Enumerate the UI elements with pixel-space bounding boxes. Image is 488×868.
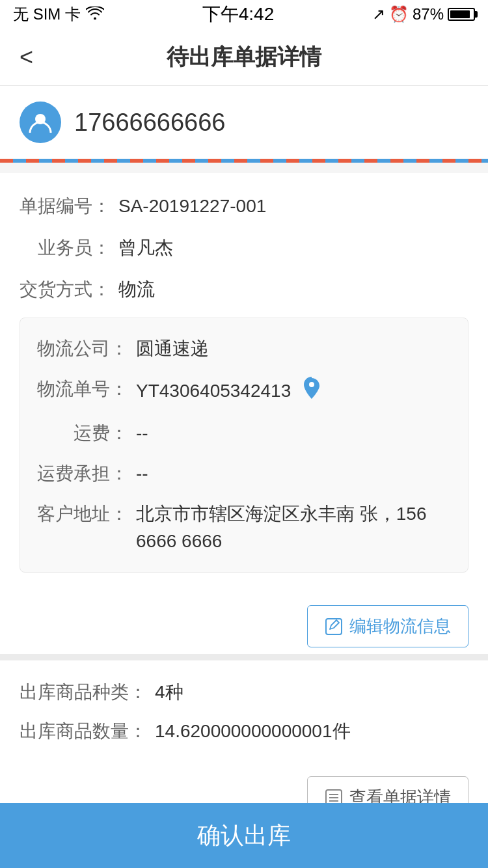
address-row: 客户地址： 北京市市辖区海淀区永丰南 张，156 6666 6666 bbox=[37, 500, 451, 555]
product-qty-value: 14.620000000000001件 bbox=[147, 719, 468, 744]
freight-bearer-label: 运费承担： bbox=[37, 460, 128, 487]
order-number-row: 单据编号： SA-20191227-001 bbox=[20, 193, 468, 220]
edit-icon bbox=[325, 617, 343, 636]
location-icon[interactable] bbox=[300, 375, 323, 407]
freight-row: 运费： -- bbox=[37, 420, 451, 447]
logistics-company-row: 物流公司： 圆通速递 bbox=[37, 335, 451, 362]
order-number-label: 单据编号： bbox=[20, 193, 111, 220]
wifi-icon bbox=[86, 5, 104, 23]
product-qty-label: 出库商品数量： bbox=[20, 719, 147, 744]
avatar bbox=[20, 102, 61, 143]
customer-phone: 17666666666 bbox=[74, 109, 225, 137]
alarm-icon: ⏰ bbox=[389, 5, 409, 23]
section-divider bbox=[0, 654, 488, 660]
freight-bearer-row: 运费承担： -- bbox=[37, 460, 451, 487]
nav-bar: < 待出库单据详情 bbox=[0, 29, 488, 86]
product-qty-row: 出库商品数量： 14.620000000000001件 bbox=[20, 719, 468, 744]
summary-section: 出库商品种类： 4种 出库商品数量： 14.620000000000001件 bbox=[0, 660, 488, 763]
address-value: 北京市市辖区海淀区永丰南 张，156 6666 6666 bbox=[128, 500, 451, 555]
delivery-method-label: 交货方式： bbox=[20, 276, 111, 303]
page-title: 待出库单据详情 bbox=[167, 42, 321, 72]
status-bar-time: 下午4:42 bbox=[202, 2, 275, 27]
back-button[interactable]: < bbox=[20, 44, 33, 71]
status-bar: 无 SIM 卡 下午4:42 ↗ ⏰ 87% bbox=[0, 0, 488, 29]
delivery-method-row: 交货方式： 物流 bbox=[20, 276, 468, 303]
status-bar-right: ↗ ⏰ 87% bbox=[372, 5, 475, 23]
logistics-card: 物流公司： 圆通速递 物流单号： YT43064053424​13 运费： --… bbox=[20, 318, 468, 573]
sales-person-value: 曾凡杰 bbox=[111, 234, 468, 262]
customer-header: 17666666666 bbox=[0, 86, 488, 159]
freight-bearer-value: -- bbox=[128, 460, 451, 487]
confirm-btn-label: 确认出库 bbox=[197, 820, 291, 852]
tracking-number-value: YT43064053424​13 bbox=[128, 375, 451, 407]
svg-point-1 bbox=[309, 382, 314, 387]
location-status-icon: ↗ bbox=[372, 5, 385, 23]
tracking-number-label: 物流单号： bbox=[37, 375, 128, 403]
order-number-value: SA-20191227-001 bbox=[111, 193, 468, 220]
svg-rect-2 bbox=[326, 619, 342, 634]
freight-value: -- bbox=[128, 420, 451, 447]
address-label: 客户地址： bbox=[37, 500, 128, 528]
carrier-label: 无 SIM 卡 bbox=[13, 4, 81, 25]
sales-person-label: 业务员： bbox=[20, 234, 111, 262]
edit-btn-label: 编辑物流信息 bbox=[349, 615, 451, 638]
dashed-divider bbox=[0, 159, 488, 163]
delivery-method-value: 物流 bbox=[111, 276, 468, 303]
status-bar-left: 无 SIM 卡 bbox=[13, 4, 104, 25]
battery-icon bbox=[448, 8, 475, 21]
logistics-company-value: 圆通速递 bbox=[128, 335, 451, 362]
product-types-label: 出库商品种类： bbox=[20, 680, 147, 705]
logistics-company-label: 物流公司： bbox=[37, 335, 128, 362]
product-types-value: 4种 bbox=[147, 680, 468, 705]
product-types-row: 出库商品种类： 4种 bbox=[20, 680, 468, 705]
confirm-btn-bar[interactable]: 确认出库 bbox=[0, 803, 488, 868]
tracking-number-row: 物流单号： YT43064053424​13 bbox=[37, 375, 451, 407]
battery-percent: 87% bbox=[413, 5, 444, 23]
order-info-section: 单据编号： SA-20191227-001 业务员： 曾凡杰 交货方式： 物流 … bbox=[0, 173, 488, 592]
edit-logistics-button[interactable]: 编辑物流信息 bbox=[307, 605, 468, 647]
sales-person-row: 业务员： 曾凡杰 bbox=[20, 234, 468, 262]
freight-label: 运费： bbox=[37, 420, 128, 447]
edit-btn-row: 编辑物流信息 bbox=[0, 592, 488, 654]
